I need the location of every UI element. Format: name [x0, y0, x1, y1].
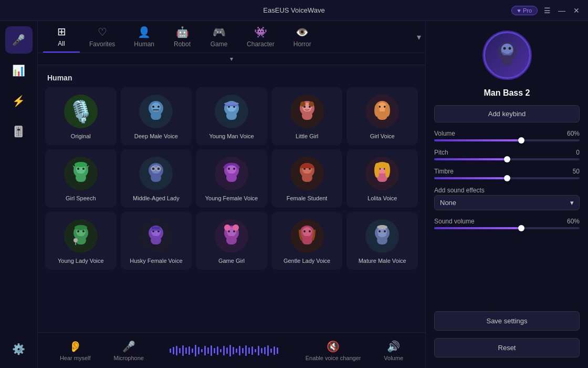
- tab-robot[interactable]: 🤖 Robot: [164, 22, 201, 52]
- svg-point-19: [309, 101, 314, 107]
- svg-rect-45: [226, 173, 237, 182]
- svg-rect-112: [226, 347, 228, 354]
- svg-point-4: [158, 106, 160, 108]
- voice-name-girl-voice: Girl Voice: [370, 132, 395, 140]
- voice-changer-icon: 🔇: [327, 340, 340, 353]
- voice-card-female-student[interactable]: Female Student: [271, 149, 343, 207]
- voice-avatar-gentle-lady: [290, 219, 324, 253]
- voice-card-husky-female[interactable]: Husky Female Voice: [121, 212, 192, 270]
- sidebar-item-equalizer[interactable]: 📊: [5, 57, 33, 84]
- pitch-thumb[interactable]: [504, 156, 510, 162]
- timbre-slider[interactable]: [434, 177, 580, 179]
- voice-avatar-young-female: [215, 157, 248, 190]
- svg-rect-117: [242, 348, 244, 353]
- microphone-sparkle-icon: 🎤: [12, 34, 25, 46]
- svg-rect-29: [76, 173, 86, 182]
- save-settings-button[interactable]: Save settings: [434, 311, 580, 331]
- sound-volume-fill: [434, 227, 521, 229]
- voice-avatar-middle-aged-lady: [139, 157, 173, 190]
- add-keybind-button[interactable]: Add keybind: [434, 105, 580, 122]
- robot-icon: 🤖: [176, 26, 189, 38]
- svg-rect-102: [195, 345, 196, 356]
- voice-card-deep-male[interactable]: Deep Male Voice: [121, 87, 192, 145]
- voice-card-mature-male[interactable]: Mature Male Voice: [346, 212, 418, 270]
- voice-card-girl-speech[interactable]: Girl Speech: [45, 149, 117, 207]
- gear-icon: ⚙️: [12, 343, 25, 355]
- section-human-label: Human: [47, 74, 416, 82]
- voice-card-girl-voice[interactable]: Girl Voice: [346, 87, 418, 145]
- bottom-bar: 👂 Hear myself 🎤 Microphone: [38, 332, 425, 368]
- svg-point-129: [498, 42, 517, 61]
- voice-card-young-lady[interactable]: Young Lady Voice: [45, 212, 117, 270]
- sound-volume-slider[interactable]: [434, 227, 580, 229]
- app-title: EasEUS VoiceWave: [263, 6, 324, 14]
- voice-card-young-man[interactable]: Young Man Voice: [196, 87, 267, 145]
- svg-rect-109: [217, 346, 218, 355]
- tab-favorites[interactable]: ♡ Favorites: [80, 22, 124, 52]
- voice-avatar-little-girl: [290, 95, 324, 128]
- voice-card-lolita[interactable]: Lolita Voice: [346, 149, 418, 207]
- sidebar-item-voice-changer[interactable]: 🎤: [5, 26, 33, 54]
- sidebar-item-settings[interactable]: ⚙️: [5, 335, 33, 363]
- sound-volume-thumb[interactable]: [518, 225, 524, 231]
- sound-volume-label: Sound volume: [434, 218, 475, 225]
- svg-rect-128: [277, 347, 278, 354]
- voice-avatar-young-man: [215, 95, 248, 128]
- volume-thumb[interactable]: [518, 137, 524, 144]
- volume-slider[interactable]: [434, 139, 580, 141]
- voice-name-lolita: Lolita Voice: [368, 195, 397, 202]
- svg-point-67: [74, 238, 78, 242]
- pitch-slider[interactable]: [434, 158, 580, 160]
- svg-point-64: [77, 230, 79, 232]
- sound-effects-dropdown[interactable]: None ▾: [434, 195, 580, 210]
- tab-all[interactable]: ⊞ All: [43, 21, 80, 53]
- minimize-button[interactable]: —: [556, 5, 567, 16]
- sound-effects-value: None: [440, 199, 456, 207]
- voice-card-middle-aged-lady[interactable]: Middle-Aged Lady: [121, 149, 192, 207]
- svg-point-12: [224, 102, 239, 105]
- timbre-thumb[interactable]: [504, 175, 510, 181]
- reset-button[interactable]: Reset: [434, 338, 580, 357]
- svg-rect-126: [270, 349, 272, 353]
- pro-badge: ♥ Pro: [511, 6, 538, 15]
- close-button[interactable]: ✕: [571, 5, 582, 16]
- sidebar-item-mixer[interactable]: 🎚️: [5, 118, 33, 145]
- tab-character[interactable]: 👾 Character: [237, 22, 284, 52]
- svg-rect-96: [176, 346, 177, 355]
- timbre-value: 50: [573, 168, 580, 175]
- volume-button[interactable]: 🔊 Volume: [384, 340, 403, 361]
- voice-card-gentle-lady[interactable]: Gentle Lady Voice: [271, 212, 343, 270]
- voice-card-young-female[interactable]: Young Female Voice: [196, 149, 267, 207]
- horror-icon: 👁️: [296, 26, 309, 38]
- svg-rect-134: [502, 55, 512, 66]
- selected-voice-avatar-container: [434, 32, 580, 79]
- voice-card-original[interactable]: 🎙️ Original: [45, 87, 117, 145]
- voice-name-young-female: Young Female Voice: [205, 195, 258, 202]
- svg-rect-15: [302, 111, 312, 120]
- tab-game[interactable]: 🎮 Game: [201, 22, 237, 52]
- pitch-fill: [434, 158, 507, 160]
- timbre-fill: [434, 177, 507, 179]
- voice-grid: 🎙️ Original D: [43, 87, 420, 270]
- nav-scroll-down[interactable]: ▾: [417, 32, 421, 42]
- voice-name-mature-male: Mature Male Voice: [359, 257, 406, 264]
- menu-button[interactable]: ☰: [542, 5, 552, 16]
- hear-myself-button[interactable]: 👂 Hear myself: [60, 340, 91, 361]
- microphone-button[interactable]: 🎤 Microphone: [113, 340, 143, 361]
- tab-horror[interactable]: 👁️ Horror: [284, 22, 321, 52]
- voice-card-game-girl[interactable]: Game Girl: [196, 212, 267, 270]
- sidebar-item-effects[interactable]: ⚡: [5, 87, 33, 115]
- svg-rect-100: [188, 346, 190, 355]
- svg-point-46: [228, 168, 230, 170]
- expand-button[interactable]: ▾: [38, 53, 425, 65]
- tab-human[interactable]: 👤 Human: [124, 22, 164, 52]
- enable-voice-changer-button[interactable]: 🔇 Enable voice changer: [306, 340, 361, 361]
- voice-card-little-girl[interactable]: Little Girl: [271, 87, 343, 145]
- svg-rect-97: [179, 348, 181, 353]
- svg-point-82: [233, 224, 239, 231]
- voice-avatar-mature-male: [365, 219, 399, 253]
- voice-name-girl-speech: Girl Speech: [66, 195, 96, 202]
- game-icon: 🎮: [213, 26, 226, 38]
- svg-rect-68: [75, 242, 76, 245]
- voice-name-middle-aged-lady: Middle-Aged Lady: [133, 195, 180, 202]
